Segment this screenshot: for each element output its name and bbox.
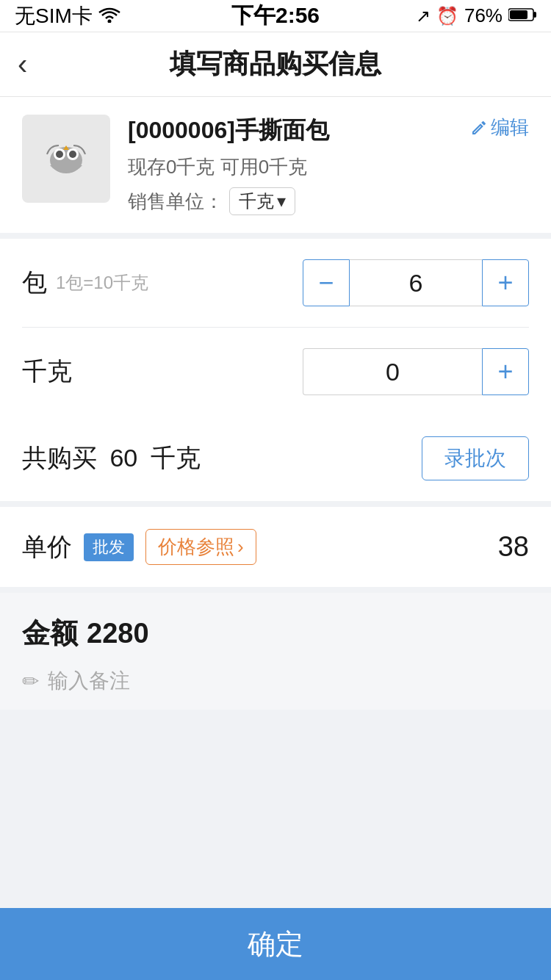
page-title: 填写商品购买信息 [170,46,381,82]
carrier-text: 无SIM卡 [15,2,93,30]
price-section: 单价 批发 价格参照 › 38 [0,507,551,593]
kg-plus-button[interactable]: + [482,348,529,395]
status-bar: 无SIM卡 下午2:56 ↗ ⏰ 76% [0,0,551,32]
kg-label: 千克 [22,355,72,389]
price-tag: 批发 [84,533,134,561]
remark-row[interactable]: ✏ 输入备注 [22,667,529,695]
product-stock: 现存0千克 可用0千克 [128,154,529,180]
amount-label: 金额 [22,615,78,652]
unit-label: 销售单位： [128,189,223,215]
price-label: 单价 [22,530,72,564]
amount-value: 2280 [87,618,149,649]
back-button[interactable]: ‹ [18,48,27,81]
unit-selector[interactable]: 千克 ▾ [229,187,295,215]
package-qty-input[interactable] [350,259,482,306]
batch-button[interactable]: 录批次 [422,436,529,480]
svg-rect-3 [510,10,527,19]
package-label: 包 [22,266,47,300]
amount-row: 金额 2280 [22,615,529,652]
total-text: 共购买 60 千克 [22,442,201,475]
nav-bar: ‹ 填写商品购买信息 [0,32,551,97]
total-amount: 60 [109,444,137,472]
package-plus-button[interactable]: + [482,259,529,306]
wifi-icon [98,4,120,28]
product-info: [0000006]手撕面包 编辑 现存0千克 可用0千克 销售单位： 千克 ▾ [128,115,529,215]
product-image [22,115,110,203]
product-card: [0000006]手撕面包 编辑 现存0千克 可用0千克 销售单位： 千克 ▾ [0,97,551,239]
quantity-section: 包 1包=10千克 − + 千克 + [0,239,551,416]
product-unit-row: 销售单位： 千克 ▾ [128,187,529,215]
kg-qty-input[interactable] [303,348,482,395]
price-left: 单价 批发 价格参照 › [22,529,256,565]
confirm-button-label: 确定 [248,926,303,963]
price-ref-button[interactable]: 价格参照 › [145,529,256,565]
battery-icon [508,4,536,27]
total-row: 共购买 60 千克 录批次 [0,416,551,507]
confirm-button[interactable]: 确定 [0,908,551,980]
product-name: [0000006]手撕面包 [128,115,329,147]
svg-rect-2 [533,12,536,18]
remark-icon: ✏ [22,669,39,693]
package-qty-controls: − + [303,259,529,306]
edit-button[interactable]: 编辑 [470,115,529,140]
price-value: 38 [498,531,529,563]
product-header: [0000006]手撕面包 编辑 [128,115,529,147]
package-hint: 1包=10千克 [56,271,148,295]
svg-point-7 [56,151,63,158]
location-icon: ↗ [416,6,431,26]
remark-placeholder: 输入备注 [48,667,130,695]
status-left: 无SIM卡 [15,2,120,30]
package-label-group: 包 1包=10千克 [22,266,148,300]
kg-label-group: 千克 [22,355,72,389]
package-qty-row: 包 1包=10千克 − + [22,239,529,328]
svg-point-0 [107,19,111,23]
alarm-icon: ⏰ [436,6,458,26]
amount-section: 金额 2280 ✏ 输入备注 [0,593,551,710]
battery-text: 76% [464,4,503,27]
status-time: 下午2:56 [231,1,320,31]
price-row: 单价 批发 价格参照 › 38 [22,529,529,565]
package-minus-button[interactable]: − [303,259,350,306]
status-right: ↗ ⏰ 76% [416,4,536,27]
kg-qty-row: 千克 + [22,328,529,416]
svg-point-8 [69,151,76,158]
kg-qty-controls: + [303,348,529,395]
